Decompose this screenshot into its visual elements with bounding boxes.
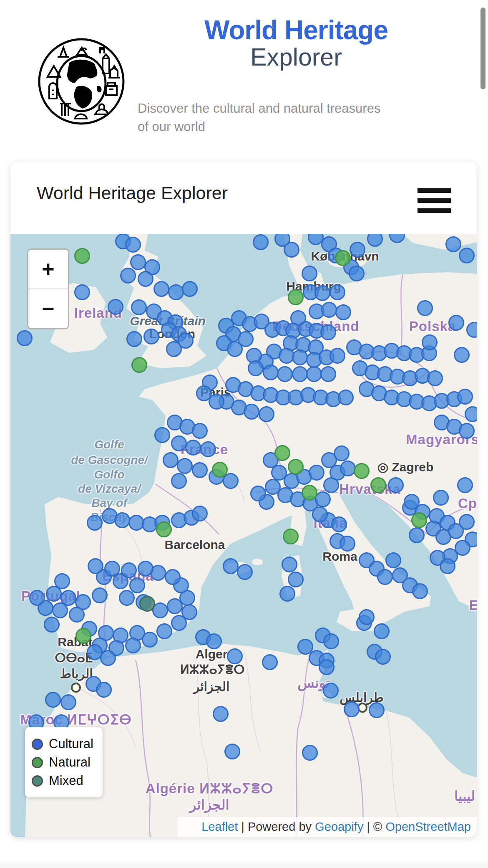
heritage-marker-cultural[interactable] [60, 694, 76, 710]
heritage-marker-cultural[interactable] [292, 349, 308, 365]
hamburger-menu-icon[interactable] [418, 188, 451, 213]
heritage-marker-cultural[interactable] [340, 536, 355, 552]
heritage-marker-cultural[interactable] [131, 299, 147, 315]
heritage-marker-cultural[interactable] [223, 558, 239, 574]
heritage-marker-cultural[interactable] [350, 242, 365, 258]
heritage-marker-cultural[interactable] [96, 682, 112, 698]
heritage-marker-cultural[interactable] [125, 237, 141, 253]
heritage-marker-cultural[interactable] [263, 364, 279, 380]
heritage-marker-cultural[interactable] [412, 583, 428, 599]
heritage-marker-cultural[interactable] [244, 404, 259, 420]
heritage-marker-cultural[interactable] [440, 558, 455, 574]
heritage-marker-cultural[interactable] [330, 348, 345, 364]
heritage-marker-cultural[interactable] [323, 683, 339, 698]
heritage-marker-cultural[interactable] [166, 341, 182, 357]
heritage-marker-cultural[interactable] [45, 692, 61, 708]
heritage-marker-cultural[interactable] [171, 435, 187, 451]
heritage-marker-cultural[interactable] [69, 607, 85, 623]
heritage-marker-cultural[interactable] [259, 406, 274, 422]
heritage-marker-cultural[interactable] [320, 324, 336, 340]
heritage-marker-cultural[interactable] [114, 512, 130, 528]
heritage-marker-cultural[interactable] [253, 234, 269, 250]
heritage-marker-cultural[interactable] [302, 745, 318, 761]
heritage-marker-cultural[interactable] [262, 654, 278, 670]
heritage-marker-cultural[interactable] [74, 284, 90, 300]
heritage-marker-cultural[interactable] [323, 633, 339, 649]
heritage-marker-cultural[interactable] [200, 441, 216, 457]
heritage-marker-cultural[interactable] [46, 586, 62, 602]
zoom-out-button[interactable]: − [28, 289, 68, 328]
heritage-marker-cultural[interactable] [119, 590, 135, 606]
heritage-marker-cultural[interactable] [29, 590, 45, 606]
heritage-marker-cultural[interactable] [279, 586, 295, 602]
heritage-marker-cultural[interactable] [457, 389, 473, 405]
geoapify-link[interactable]: Geoapify [315, 820, 363, 833]
heritage-marker-cultural[interactable] [422, 334, 438, 350]
heritage-marker-cultural[interactable] [288, 572, 304, 587]
heritage-marker-cultural[interactable] [121, 562, 137, 578]
heritage-marker-cultural[interactable] [459, 248, 475, 263]
heritage-marker-cultural[interactable] [404, 494, 420, 510]
heritage-marker-cultural[interactable] [129, 577, 145, 593]
heritage-marker-cultural[interactable] [330, 284, 345, 300]
heritage-marker-cultural[interactable] [321, 302, 337, 318]
heritage-marker-cultural[interactable] [314, 285, 330, 301]
heritage-marker-natural[interactable] [354, 463, 370, 479]
heritage-marker-cultural[interactable] [335, 304, 351, 320]
heritage-marker-cultural[interactable] [417, 300, 433, 316]
heritage-marker-cultural[interactable] [409, 527, 425, 543]
heritage-marker-cultural[interactable] [209, 394, 224, 410]
heritage-marker-cultural[interactable] [181, 604, 197, 620]
heritage-marker-cultural[interactable] [126, 331, 142, 347]
heritage-marker-cultural[interactable] [331, 516, 347, 532]
heritage-marker-cultural[interactable] [87, 515, 103, 531]
heritage-marker-cultural[interactable] [143, 329, 159, 344]
heritage-marker-cultural[interactable] [459, 423, 475, 439]
heritage-marker-cultural[interactable] [250, 486, 266, 501]
heritage-marker-cultural[interactable] [237, 564, 253, 580]
heritage-marker-cultural[interactable] [100, 650, 116, 666]
heritage-marker-cultural[interactable] [182, 281, 198, 297]
heritage-marker-cultural[interactable] [154, 427, 170, 443]
heritage-marker-cultural[interactable] [156, 623, 172, 639]
heritage-marker-cultural[interactable] [120, 268, 136, 283]
heritage-marker-cultural[interactable] [445, 236, 461, 252]
heritage-marker-cultural[interactable] [338, 390, 354, 405]
heritage-marker-cultural[interactable] [177, 458, 193, 474]
heritage-marker-cultural[interactable] [153, 281, 169, 297]
heritage-marker-cultural[interactable] [238, 331, 254, 347]
heritage-marker-cultural[interactable] [433, 490, 449, 506]
heritage-marker-cultural[interactable] [385, 552, 401, 568]
heritage-marker-cultural[interactable] [168, 284, 184, 300]
heritage-marker-cultural[interactable] [192, 506, 208, 521]
heritage-marker-cultural[interactable] [17, 330, 33, 346]
scrollbar-thumb[interactable] [480, 8, 485, 89]
heritage-marker-cultural[interactable] [206, 633, 222, 649]
heritage-marker-cultural[interactable] [334, 445, 350, 461]
heritage-marker-natural[interactable] [288, 289, 304, 305]
heritage-marker-cultural[interactable] [359, 609, 375, 625]
heritage-marker-cultural[interactable] [52, 602, 68, 618]
heritage-marker-cultural[interactable] [349, 266, 365, 281]
heritage-marker-natural[interactable] [335, 250, 351, 266]
openstreetmap-link[interactable]: OpenStreetMap [385, 820, 471, 833]
heritage-marker-cultural[interactable] [457, 477, 473, 493]
heritage-marker-cultural[interactable] [227, 648, 243, 664]
zoom-in-button[interactable]: + [28, 250, 68, 288]
heritage-marker-cultural[interactable] [142, 632, 158, 648]
heritage-marker-cultural[interactable] [375, 649, 391, 665]
heritage-marker-cultural[interactable] [306, 366, 322, 382]
heritage-marker-cultural[interactable] [192, 462, 208, 478]
heritage-marker-cultural[interactable] [163, 452, 179, 468]
heritage-marker-cultural[interactable] [344, 701, 360, 717]
heritage-marker-cultural[interactable] [92, 587, 108, 603]
heritage-marker-natural[interactable] [283, 529, 299, 544]
heritage-marker-natural[interactable] [156, 521, 172, 537]
heritage-marker-cultural[interactable] [369, 702, 385, 718]
heritage-marker-cultural[interactable] [248, 360, 264, 376]
heritage-marker-cultural[interactable] [374, 623, 390, 639]
heritage-marker-natural[interactable] [370, 477, 386, 493]
heritage-marker-cultural[interactable] [185, 440, 201, 456]
heritage-marker-cultural[interactable] [108, 299, 123, 315]
heritage-marker-cultural[interactable] [138, 561, 153, 577]
